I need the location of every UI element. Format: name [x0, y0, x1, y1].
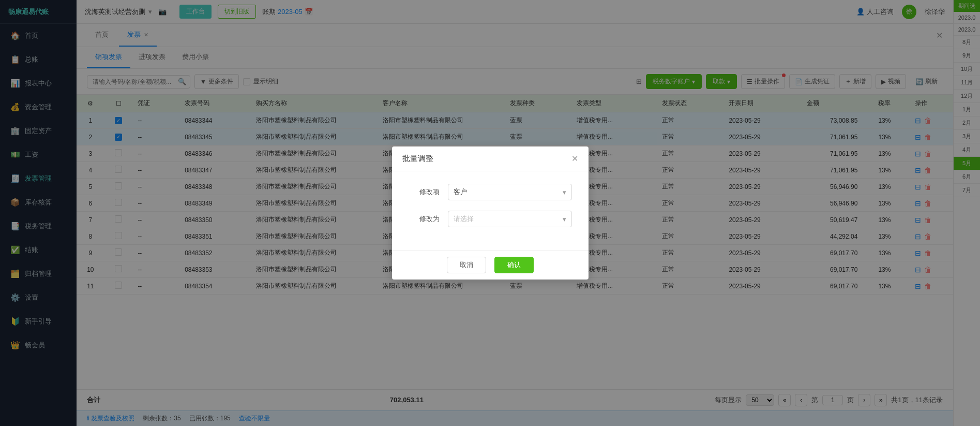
- change-to-select[interactable]: 请选择 ▾: [448, 211, 572, 227]
- form-row-change-to: 修改为 请选择 ▾: [409, 211, 572, 227]
- modal-title: 批量调整: [402, 154, 433, 164]
- modal-overlay[interactable]: 批量调整 ✕ 修改项 客户 ▾ 修改为 请选择 ▾ 取消 确认: [0, 0, 980, 426]
- field-label: 修改项: [409, 187, 440, 197]
- modal-footer: 取消 确认: [392, 250, 589, 280]
- field-value: 客户: [454, 187, 467, 197]
- field-select[interactable]: 客户 ▾: [448, 184, 572, 200]
- change-to-placeholder: 请选择: [454, 214, 474, 224]
- form-row-field: 修改项 客户 ▾: [409, 184, 572, 200]
- confirm-button[interactable]: 确认: [494, 257, 534, 273]
- change-to-dropdown-icon: ▾: [563, 215, 566, 223]
- modal-header: 批量调整 ✕: [392, 146, 589, 171]
- modal-close-button[interactable]: ✕: [571, 154, 578, 164]
- modal-body: 修改项 客户 ▾ 修改为 请选择 ▾: [392, 171, 589, 250]
- cancel-button[interactable]: 取消: [447, 257, 486, 273]
- batch-adjust-modal: 批量调整 ✕ 修改项 客户 ▾ 修改为 请选择 ▾ 取消 确认: [392, 146, 589, 280]
- field-dropdown-icon: ▾: [563, 188, 566, 196]
- change-to-label: 修改为: [409, 214, 440, 224]
